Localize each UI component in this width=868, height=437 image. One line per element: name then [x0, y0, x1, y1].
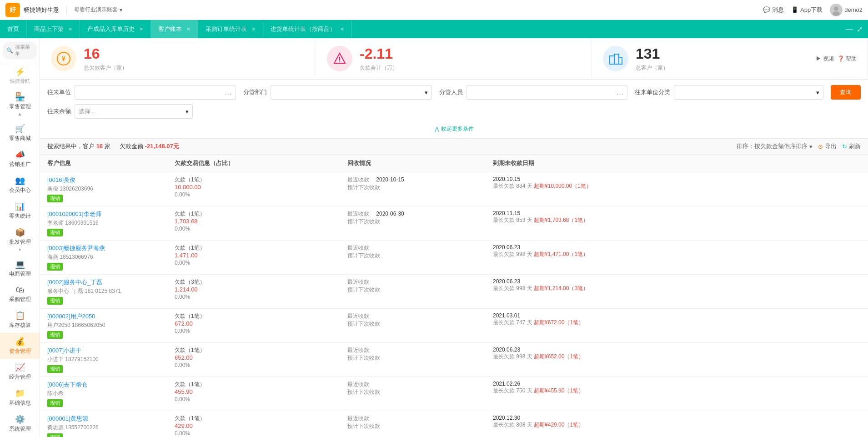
- sidebar-item-operation[interactable]: 📈 经营管理: [0, 359, 40, 385]
- filter-area: 往来单位 … 分管部门 ▾ 分管人员: [40, 80, 868, 139]
- customer-name-link[interactable]: [0002]服务中心_丁磊: [47, 278, 160, 286]
- stats-bar: ¥ 16 总欠款客户（家） -2.11 欠款合计（万）: [40, 38, 868, 80]
- debt-amount[interactable]: 1,471.00: [175, 252, 333, 259]
- tab-close-icon[interactable]: ✕: [340, 26, 344, 32]
- person-input[interactable]: …: [467, 85, 628, 100]
- refresh-button[interactable]: ↻ 刷新: [842, 142, 861, 151]
- debt-desc: 欠款（3笔）: [175, 278, 333, 286]
- sidebar-item-marketing[interactable]: 📣 营销推广: [0, 146, 40, 172]
- svg-rect-9: [619, 58, 622, 64]
- store-selector[interactable]: 母婴行业演示账套 ▾: [74, 6, 122, 14]
- video-btn[interactable]: ▶ 视频: [816, 55, 833, 63]
- svg-rect-7: [610, 56, 614, 64]
- category-select[interactable]: ▾: [674, 85, 823, 100]
- dept-label: 分管部门: [243, 88, 267, 96]
- customer-name-link[interactable]: [0016]吴俊: [47, 176, 160, 184]
- sidebar-item-ecommerce[interactable]: 💻 电商管理: [0, 256, 40, 281]
- recent-date: 2020-10-15: [371, 176, 404, 183]
- customer-name-link[interactable]: [0007]小进干: [47, 347, 160, 355]
- dropdown-arrow: ▾: [120, 7, 122, 13]
- tab-close-icon[interactable]: ✕: [139, 26, 143, 32]
- help-btn[interactable]: ❓ 帮助: [838, 55, 857, 63]
- customer-info-cell: [0002]服务中心_丁磊 服务中心_丁磊 181 0125 8371 现销: [40, 275, 167, 309]
- sort-label: 排序：按欠款金额倒序排序: [737, 142, 808, 151]
- purchase-icon: 🛍: [16, 285, 24, 295]
- debt-amount[interactable]: 10,000.00: [175, 184, 333, 191]
- app-download-btn[interactable]: 📱 App下载: [791, 6, 823, 14]
- recent-label: 最近收款: [347, 279, 369, 285]
- tab-stock-stat[interactable]: 进货单统计表（按商品） ✕: [263, 20, 352, 38]
- overdue-amount-link[interactable]: 超期¥455.90（1笔）: [534, 387, 584, 394]
- customer-name-link[interactable]: [000001]黄思源: [47, 415, 160, 423]
- customer-sub-info: 服务中心_丁磊 181 0125 8371: [47, 287, 160, 295]
- debt-desc: 欠款（1笔）: [175, 347, 333, 354]
- sidebar-item-purchase[interactable]: 🛍 采购管理: [0, 281, 40, 307]
- debt-amount[interactable]: 1,214.00: [175, 286, 333, 293]
- tab-product-off[interactable]: 商品上下架 ✕: [27, 20, 80, 38]
- customer-name-link[interactable]: [0003]畅捷服务尹海燕: [47, 244, 160, 252]
- debt-info-cell: 欠款（1笔） 429.00 0.00%: [167, 411, 340, 437]
- collapse-button[interactable]: ⋀ 收起更多条件: [47, 123, 861, 135]
- message-btn[interactable]: 💬 消息: [763, 6, 784, 14]
- overdue-amount-link[interactable]: 超期¥10,000.00（1笔）: [534, 183, 592, 189]
- sidebar-search-box[interactable]: 🔍 搜索菜单: [3, 42, 37, 59]
- user-profile-btn[interactable]: demo2: [830, 4, 863, 16]
- dept-select[interactable]: ▾: [271, 85, 432, 100]
- overdue-amount-link[interactable]: 超期¥1,471.00（1笔）: [534, 251, 588, 257]
- operation-icon: 📈: [15, 362, 25, 372]
- tab-production-history[interactable]: 产成品入库单历史 ✕: [80, 20, 151, 38]
- tab-purchase-order[interactable]: 采购订单统计表 ✕: [198, 20, 263, 38]
- marketing-icon: 📣: [15, 150, 25, 160]
- debt-amount[interactable]: 1,703.68: [175, 218, 333, 225]
- sidebar-item-system[interactable]: ⚙️ 系统管理: [0, 411, 40, 437]
- sidebar-search-area: 🔍 搜索菜单: [0, 38, 40, 63]
- debt-amount[interactable]: 455.90: [175, 388, 333, 395]
- sidebar-item-batch-mgmt[interactable]: 📦 批发管理 ▾: [0, 224, 40, 256]
- customer-name-link[interactable]: [000002]用户2050: [47, 312, 160, 321]
- tab-home[interactable]: 首页: [0, 20, 27, 38]
- supplier-label: 往来单位: [47, 88, 71, 96]
- tab-customer-account[interactable]: 客户账本 ✕: [151, 20, 198, 38]
- customer-table: 客户信息 欠款交易信息（占比） 回收情况 到期未收款日期 [0016]吴俊 吴俊…: [40, 155, 868, 437]
- debt-info-cell: 欠款（1笔） 1,471.00 0.00%: [167, 241, 340, 275]
- debt-desc: 欠款（1笔）: [175, 381, 333, 388]
- recent-label: 最近收款: [347, 347, 369, 353]
- balance-select[interactable]: 选择... ▾: [75, 104, 193, 119]
- next-collect: 预计下次收款: [347, 320, 478, 328]
- debt-amount[interactable]: 652.00: [175, 354, 333, 361]
- overdue-amount-link[interactable]: 超期¥672.00（1笔）: [534, 319, 584, 326]
- next-label: 预计下次收款: [347, 423, 380, 429]
- sort-button[interactable]: 排序：按欠款金额倒序排序 ▾: [737, 142, 813, 151]
- tab-minimize-btn[interactable]: —: [846, 25, 853, 33]
- customer-info-cell: [000002]用户2050 用户2050 18665062050 现销: [40, 309, 167, 343]
- overdue-amount-link[interactable]: 超期¥429.00（1笔）: [534, 422, 584, 428]
- export-button[interactable]: ⊙ 导出: [818, 142, 837, 151]
- debt-amount[interactable]: 672.00: [175, 320, 333, 327]
- overdue-amount-link[interactable]: 超期¥652.00（1笔）: [534, 353, 584, 360]
- tab-close-icon[interactable]: ✕: [68, 26, 72, 32]
- supplier-input[interactable]: …: [75, 85, 236, 100]
- collect-status-cell: 最近收款 预计下次收款: [340, 241, 486, 275]
- debt-amount[interactable]: 429.00: [175, 422, 333, 429]
- sidebar-item-basic-info[interactable]: 📁 基础信息: [0, 385, 40, 411]
- tab-expand-btn[interactable]: ⤢: [857, 25, 863, 34]
- sidebar-item-member[interactable]: 👥 会员中心: [0, 172, 40, 198]
- customer-sub-info: 吴俊 13026203696: [47, 185, 160, 193]
- sidebar-item-retail-stat[interactable]: 📊 零售统计: [0, 198, 40, 224]
- customer-name-link[interactable]: [0006]去下粮仓: [47, 381, 160, 389]
- sidebar-item-retail-store[interactable]: 🛒 零售商城: [0, 120, 40, 146]
- overdue-amount-link[interactable]: 超期¥1,214.00（3笔）: [534, 285, 588, 291]
- recent-collect: 最近收款 2020-10-15: [347, 176, 478, 184]
- sidebar-item-retail-mgmt[interactable]: 🏪 零售管理 ▲: [0, 88, 40, 120]
- customer-name-link[interactable]: [0001020001]李老师: [47, 210, 160, 218]
- customer-sub-info: 黄思源 13552700226: [47, 424, 160, 432]
- sidebar-item-stock[interactable]: 📋 库存核算: [0, 307, 40, 333]
- table-row: [0002]服务中心_丁磊 服务中心_丁磊 181 0125 8371 现销 欠…: [40, 275, 868, 309]
- overdue-amount-link[interactable]: 超期¥1,703.68（1笔）: [534, 217, 588, 223]
- tab-close-icon[interactable]: ✕: [186, 26, 191, 32]
- customer-info-cell: [0006]去下粮仓 陈小希 现销: [40, 377, 167, 411]
- sidebar-item-finance[interactable]: 💰 资金管理: [0, 333, 40, 359]
- tab-close-icon[interactable]: ✕: [251, 26, 256, 32]
- query-button[interactable]: 查询: [831, 85, 861, 100]
- svg-point-1: [833, 11, 840, 16]
